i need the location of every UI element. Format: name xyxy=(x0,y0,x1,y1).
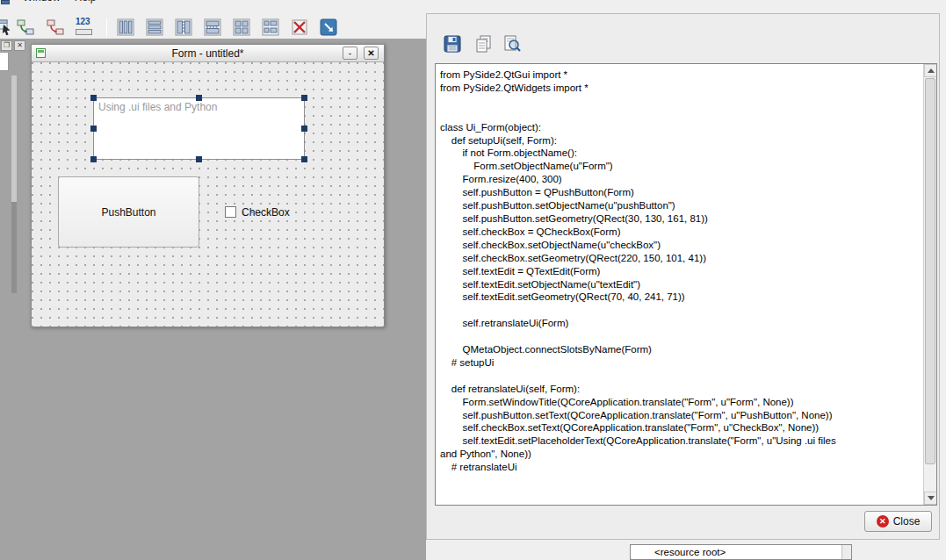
close-x-icon: ✕ xyxy=(877,515,889,528)
edit-buddies-icon xyxy=(46,18,65,37)
layout-form-button[interactable] xyxy=(260,17,281,38)
form-minimize-button[interactable]: - xyxy=(343,47,357,60)
checkbox-indicator[interactable] xyxy=(225,206,236,218)
edit-tab-order-button[interactable]: 123 xyxy=(74,17,95,38)
menu-window[interactable]: Window xyxy=(23,0,61,4)
layout-vertical-splitter-icon xyxy=(203,18,222,37)
resource-scrollbar[interactable] xyxy=(841,545,851,559)
layout-vertical-button[interactable] xyxy=(144,17,165,38)
form-window-title: Form - untitled* xyxy=(32,47,384,60)
close-button[interactable]: ✕ Close xyxy=(864,511,932,532)
qt-designer-window: Window Help xyxy=(0,0,946,560)
layout-grid-icon xyxy=(232,18,251,37)
pushbutton-label: PushButton xyxy=(101,206,155,219)
widgetbox-filter-input[interactable] xyxy=(0,52,9,71)
break-layout-icon xyxy=(290,18,309,37)
layout-grid-button[interactable] xyxy=(231,17,252,38)
save-icon xyxy=(442,33,463,54)
code-view: from PySide2.QtGui import * from PySide2… xyxy=(435,63,937,506)
edit-tab-order-icon: 123 xyxy=(75,18,94,37)
selection-handle[interactable] xyxy=(301,95,307,101)
form-close-button[interactable]: ✕ xyxy=(364,47,379,60)
resource-root-item[interactable]: <resource root> xyxy=(654,547,726,557)
textedit-widget[interactable]: Using .ui files and Python xyxy=(93,97,305,160)
break-layout-button[interactable] xyxy=(289,17,310,38)
selection-handle[interactable] xyxy=(301,156,307,162)
dock-float-button[interactable]: ❐ xyxy=(1,40,12,51)
textedit-placeholder: Using .ui files and Python xyxy=(98,101,217,113)
edit-widgets-icon xyxy=(0,18,13,37)
widgetbox-scrollbar[interactable] xyxy=(11,75,17,293)
save-button[interactable] xyxy=(441,32,464,55)
dock-close-icon: ✕ xyxy=(17,41,23,49)
edit-signals-slots-button[interactable] xyxy=(15,17,36,38)
widgetbox-scrollbar-thumb[interactable] xyxy=(11,202,17,293)
pushbutton-widget[interactable]: PushButton xyxy=(58,176,199,248)
app-icon xyxy=(1,0,10,4)
form-editor-window: Form - untitled* - ✕ Using .ui files and… xyxy=(31,44,385,327)
layout-horizontal-splitter-icon xyxy=(174,18,193,37)
find-button[interactable] xyxy=(501,32,524,55)
code-preview-dialog: from PySide2.QtGui import * from PySide2… xyxy=(426,13,940,540)
selection-handle[interactable] xyxy=(301,126,307,132)
layout-vertical-splitter-button[interactable] xyxy=(202,17,223,38)
tab-order-numbers: 123 xyxy=(76,17,90,26)
scrollbar-thumb[interactable] xyxy=(925,78,935,464)
selection-handle[interactable] xyxy=(90,126,97,132)
layout-horizontal-button[interactable] xyxy=(115,17,136,38)
adjust-size-icon xyxy=(319,18,338,37)
selection-handle[interactable] xyxy=(196,95,202,101)
selection-handle[interactable] xyxy=(90,95,97,101)
layout-vertical-icon xyxy=(145,18,164,37)
layout-horizontal-icon xyxy=(116,18,135,37)
scroll-down-button[interactable] xyxy=(924,492,937,505)
main-toolbar: 123 xyxy=(0,5,426,39)
layout-horizontal-splitter-button[interactable] xyxy=(173,17,194,38)
menu-help[interactable]: Help xyxy=(75,0,97,4)
code-vertical-scrollbar[interactable] xyxy=(923,64,936,505)
menu-items: Window Help xyxy=(23,0,96,4)
edit-signals-slots-icon xyxy=(16,18,35,37)
checkbox-label: CheckBox xyxy=(242,206,290,219)
edit-widgets-button[interactable] xyxy=(0,17,14,38)
find-icon xyxy=(502,33,523,54)
checkbox-widget[interactable]: CheckBox xyxy=(225,194,314,230)
scroll-up-button[interactable] xyxy=(924,64,937,77)
tab-order-widget-shape xyxy=(76,29,92,35)
code-text[interactable]: from PySide2.QtGui import * from PySide2… xyxy=(440,68,921,503)
layout-form-icon xyxy=(261,18,280,37)
edit-buddies-button[interactable] xyxy=(45,17,66,38)
resource-browser: <resource root> xyxy=(630,544,852,560)
mdi-area: ❐ ✕ Form - untitled* - ✕ Using .ui files… xyxy=(0,39,426,560)
dock-close-button[interactable]: ✕ xyxy=(14,40,25,51)
adjust-size-button[interactable] xyxy=(318,17,339,38)
arrow-down-icon xyxy=(928,496,935,500)
copy-icon xyxy=(473,33,495,54)
close-button-label: Close xyxy=(893,515,921,528)
copy-button[interactable] xyxy=(473,32,495,55)
arrow-up-icon xyxy=(928,68,935,73)
form-titlebar[interactable]: Form - untitled* - ✕ xyxy=(32,45,384,62)
selection-handle[interactable] xyxy=(196,156,202,162)
toolbar-separator xyxy=(106,18,107,37)
selection-handle[interactable] xyxy=(90,156,97,162)
dock-float-icon: ❐ xyxy=(4,41,10,49)
form-canvas[interactable]: Using .ui files and Python PushButton Ch… xyxy=(32,62,384,327)
